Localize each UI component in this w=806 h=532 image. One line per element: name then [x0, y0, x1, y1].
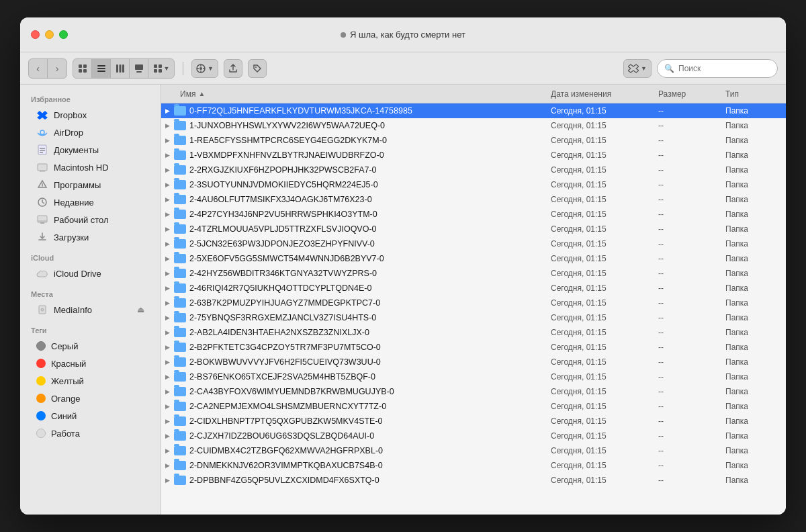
row-expander[interactable]: ▶: [161, 122, 173, 129]
file-row[interactable]: ▶ 2-4P27CYH34J6NP2VU5HRRWSPHKI4O3YTM-0 С…: [161, 207, 786, 222]
file-row[interactable]: ▶ 2-2RXGJZKIUXF6HZPOPHJHK32PWSCB2FA7-0 С…: [161, 163, 786, 177]
row-expander[interactable]: ▶: [161, 211, 173, 218]
sidebar-item-mediainfo[interactable]: MediaInfo ⏏: [26, 301, 155, 318]
file-icon: [173, 312, 187, 323]
tag-label-grey: Серый: [51, 341, 78, 351]
svg-rect-28: [38, 164, 47, 171]
file-row[interactable]: ▶ 2-CA2NEPMJEXMO4LSHSMZMBUERNCXYT7TZ-0 С…: [161, 399, 786, 414]
file-name: 2-B2PFKTETC3G4CPZOY5TR7MF3PU7MT5CO-0: [187, 343, 551, 352]
row-expander[interactable]: ▶: [161, 240, 173, 247]
row-expander[interactable]: ▶: [161, 373, 173, 380]
row-expander[interactable]: ▶: [161, 137, 173, 144]
file-row[interactable]: ▶ 2-5XE6OFV5GG5SMWCT54M4WNNJD6B2BYV7-0 С…: [161, 251, 786, 266]
file-row[interactable]: ▶ 1-JUNXOBHYHSWLYXYWV22I6WY5WAA72UEQ-0 С…: [161, 118, 786, 133]
row-expander[interactable]: ▶: [161, 359, 173, 365]
file-date: Сегодня, 01:15: [551, 402, 658, 411]
row-expander[interactable]: ▶: [161, 462, 173, 469]
file-row[interactable]: ▶ 2-CJZXH7IDZ2BOU6UG6S3DQSLZBQD64AUI-0 С…: [161, 429, 786, 443]
share-button[interactable]: [224, 59, 242, 78]
desktop-icon: [36, 214, 48, 226]
row-expander[interactable]: ▶: [161, 329, 173, 336]
row-expander[interactable]: ▶: [161, 300, 173, 306]
file-row[interactable]: ▶ 2-3SUOTYUNNJVDMOKIIEDYC5HQRM224EJ5-0 С…: [161, 177, 786, 192]
sidebar-item-tag-blue[interactable]: Синий: [26, 407, 155, 425]
close-button[interactable]: [31, 30, 40, 39]
tag-button[interactable]: [248, 59, 267, 78]
file-row[interactable]: ▶ 2-42HYZ56WBDITR346KTGNYA32TVWYZPRS-0 С…: [161, 266, 786, 281]
file-icon: [173, 209, 187, 220]
file-row[interactable]: ▶ 2-63B7K2PMUZPYIHJUAGYZ7MMDEGPKTPC7-0 С…: [161, 296, 786, 310]
file-row[interactable]: ▶ 2-BOKWBWUVVVYJFV6H2FI5CUEIVQ73W3UU-0 С…: [161, 355, 786, 369]
row-expander[interactable]: ▶: [161, 314, 173, 321]
file-row[interactable]: ▶ 1-REA5CFYSSHMTPCRC6SEYG4EGG2DKYK7M-0 С…: [161, 133, 786, 148]
row-expander[interactable]: ▶: [161, 226, 173, 232]
row-expander[interactable]: ▶: [161, 167, 173, 173]
file-row[interactable]: ▶ 2-B2PFKTETC3G4CPZOY5TR7MF3PU7MT5CO-0 С…: [161, 340, 786, 355]
eject-icon[interactable]: ⏏: [137, 305, 144, 314]
view-buttons: ▼: [73, 58, 175, 79]
file-row[interactable]: ▶ 0-FF72QLJ5HNFEARKFLKYDVTURWM35JKCA-147…: [161, 103, 786, 118]
sidebar-item-tag-orange[interactable]: Orange: [26, 390, 155, 407]
row-expander[interactable]: ▶: [161, 152, 173, 159]
col-type-header[interactable]: Тип: [725, 89, 786, 99]
row-expander[interactable]: ▶: [161, 447, 173, 454]
file-row[interactable]: ▶ 2-DPBBNF4ZG5QP5UVLZXCXIDMD4FX6SXTQ-0 С…: [161, 473, 786, 488]
sidebar-item-desktop[interactable]: Рабочий стол: [26, 211, 155, 228]
view-cover-button[interactable]: [130, 59, 148, 78]
sidebar-item-airdrop[interactable]: AirDrop: [26, 124, 155, 141]
view-group-button[interactable]: ▼: [148, 59, 174, 78]
row-expander[interactable]: ▶: [161, 181, 173, 188]
sidebar-item-tag-yellow[interactable]: Желтый: [26, 372, 155, 390]
row-expander[interactable]: ▶: [161, 388, 173, 395]
sidebar-item-documents[interactable]: Документы: [26, 141, 155, 159]
row-expander[interactable]: ▶: [161, 433, 173, 439]
svg-rect-7: [116, 64, 118, 73]
col-date-header[interactable]: Дата изменения: [551, 89, 658, 99]
row-expander[interactable]: ▶: [161, 196, 173, 203]
view-column-button[interactable]: [111, 59, 130, 78]
sidebar-item-recent[interactable]: Недавние: [26, 193, 155, 211]
view-icon-button[interactable]: [73, 59, 92, 78]
col-name-header[interactable]: Имя ▲: [161, 89, 551, 99]
search-input[interactable]: [678, 64, 770, 73]
sidebar-item-tag-work[interactable]: Работа: [26, 425, 155, 442]
file-row[interactable]: ▶ 2-CIDXLHBNPT7PTQ5QXGPUBZKW5MKV4STE-0 С…: [161, 414, 786, 429]
row-expander[interactable]: ▶: [161, 285, 173, 292]
row-expander[interactable]: ▶: [161, 418, 173, 425]
sidebar-item-icloud[interactable]: iCloud Drive: [26, 265, 155, 282]
dropbox-button[interactable]: ▼: [623, 59, 652, 78]
search-box[interactable]: 🔍: [657, 59, 778, 78]
row-expander[interactable]: ▶: [161, 344, 173, 351]
file-row[interactable]: ▶ 2-75YBNQSF3RRGXEMZJANCLV3Z7ISU4HTS-0 С…: [161, 310, 786, 325]
sidebar-item-macintosh[interactable]: Macintosh HD: [26, 159, 155, 176]
row-expander[interactable]: ▶: [161, 403, 173, 410]
file-row[interactable]: ▶ 2-4TZRLMOUUA5VPLJD5TTRZXFLSVJIOQVO-0 С…: [161, 222, 786, 236]
file-row[interactable]: ▶ 2-5JCN32E63PW3JDPONJEZO3EZHPYFNIVV-0 С…: [161, 236, 786, 251]
row-expander[interactable]: ▶: [161, 107, 173, 114]
file-type: Папка: [725, 269, 786, 278]
file-row[interactable]: ▶ 2-BS76ENKO65TXCEJF2SVA25M4HBT5ZBQF-0 С…: [161, 369, 786, 384]
row-expander[interactable]: ▶: [161, 270, 173, 277]
forward-button[interactable]: ›: [48, 59, 66, 78]
action-button[interactable]: ▼: [191, 59, 218, 78]
view-list-button[interactable]: [92, 59, 111, 78]
file-row[interactable]: ▶ 2-CUIDMBX4C2TZBGFQ62XMWVA2HGFRPXBL-0 С…: [161, 443, 786, 458]
sidebar-item-dropbox[interactable]: Dropbox: [26, 106, 155, 124]
row-expander[interactable]: ▶: [161, 255, 173, 262]
file-row[interactable]: ▶ 2-4AU6OLFUT7MSIKFX3J4OAGKJ6TM76X23-0 С…: [161, 192, 786, 207]
row-expander[interactable]: ▶: [161, 477, 173, 484]
file-row[interactable]: ▶ 2-46RIQI42R7Q5IUKHQ4OTTDCYPLTQDN4E-0 С…: [161, 281, 786, 296]
back-button[interactable]: ‹: [29, 59, 48, 78]
sidebar-item-tag-red[interactable]: Красный: [26, 355, 155, 372]
file-row[interactable]: ▶ 1-VBXMDPFXNHFNVZLBYTRJNAEIWUDBRFZO-0 С…: [161, 148, 786, 163]
file-date: Сегодня, 01:15: [551, 298, 658, 308]
sidebar-item-tag-grey[interactable]: Серый: [26, 337, 155, 355]
col-size-header[interactable]: Размер: [658, 89, 725, 99]
file-row[interactable]: ▶ 2-DNMEKKNJV62OR3VIMMPTKQBAXUCB7S4B-0 С…: [161, 458, 786, 473]
sidebar-item-downloads[interactable]: Загрузки: [26, 228, 155, 246]
sidebar-item-programs[interactable]: Программы: [26, 176, 155, 193]
file-row[interactable]: ▶ 2-AB2LA4IDEN3HTAEHA2NXSZBZ3ZNIXLJX-0 С…: [161, 325, 786, 340]
minimize-button[interactable]: [45, 30, 54, 39]
maximize-button[interactable]: [59, 30, 68, 39]
file-row[interactable]: ▶ 2-CA43BYFOXV6WIMYUEMNDB7KRWBMUGUJYB-0 …: [161, 384, 786, 399]
